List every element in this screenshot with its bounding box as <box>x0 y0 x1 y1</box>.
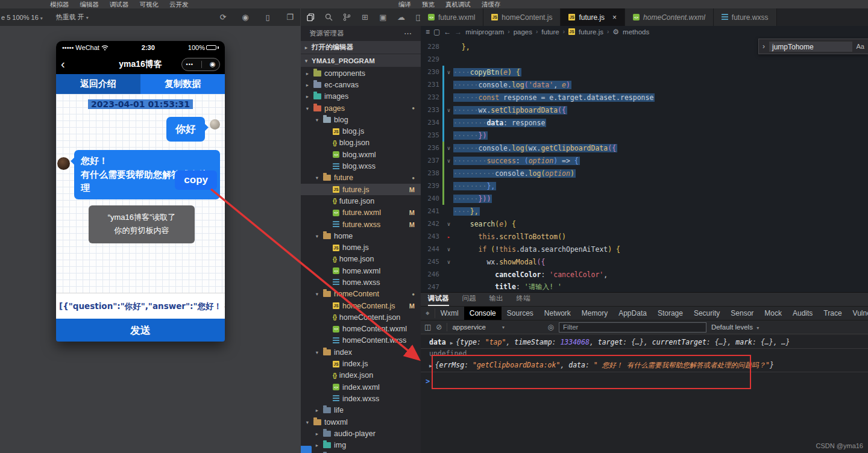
code-line[interactable]: 229 <box>421 53 868 66</box>
tree-item[interactable]: ▾pages● <box>301 102 421 114</box>
breadcrumb-item[interactable]: future <box>541 28 559 36</box>
device-selector[interactable]: e 5 100% 16▾ <box>1 14 43 21</box>
breakpoint-marker[interactable]: ▸ <box>444 234 453 240</box>
project-root-section[interactable]: ▾ YMA16_PROGRAM <box>301 54 421 67</box>
log-levels-selector[interactable]: Default levels ▾ <box>711 323 759 331</box>
cloud-icon[interactable]: ☁ <box>396 12 406 22</box>
eye-icon[interactable]: ◎ <box>547 323 553 331</box>
code-line[interactable]: 243▸ this.scrollToBottom() <box>421 230 868 243</box>
fold-chevron-icon[interactable]: ∨ <box>444 145 453 151</box>
line-number[interactable]: 247 <box>421 283 442 291</box>
code-line[interactable]: 233∨······wx.setClipboardData({ <box>421 104 868 116</box>
editor-tab[interactable]: JShomeContent.js <box>483 8 561 26</box>
fold-chevron-icon[interactable]: ∨ <box>444 221 453 227</box>
menu-item[interactable]: 预览 <box>417 0 440 8</box>
tree-item[interactable]: future.wxssM <box>301 219 421 230</box>
devtools-tab[interactable]: Storage <box>652 307 688 320</box>
menu-item[interactable]: 调试器 <box>104 0 134 8</box>
close-circle-icon[interactable]: ◉ <box>210 60 216 68</box>
tree-item[interactable]: homeContent.wxss <box>301 335 421 346</box>
more-dots-icon[interactable]: ••• <box>186 61 193 67</box>
tree-item[interactable]: ▸audio-player <box>301 428 421 439</box>
save-icon[interactable]: ▣ <box>378 12 388 22</box>
tree-item[interactable]: ▾homeContent● <box>301 289 421 300</box>
breadcrumb-item[interactable]: future.js <box>579 28 603 36</box>
code-line[interactable]: 247 title: '请输入! ' <box>421 281 868 292</box>
message-input[interactable]: [{"question":"你好","answer":"您好！ 有什 <box>56 293 225 319</box>
console-prompt[interactable]: > <box>421 372 868 387</box>
line-number[interactable]: 229 <box>421 55 442 63</box>
tree-item[interactable]: ▸components <box>301 67 421 79</box>
tree-item[interactable]: JShome.js <box>301 242 421 253</box>
devtools-tab[interactable]: Security <box>688 307 725 320</box>
line-number[interactable]: 242 <box>421 220 442 228</box>
code-line[interactable]: 241····}, <box>421 205 868 217</box>
tree-item[interactable]: ▸images <box>301 91 421 102</box>
code-line[interactable]: 240······})) <box>421 192 868 205</box>
git-branch-icon[interactable] <box>342 12 352 22</box>
tree-item[interactable]: JSblog.js <box>301 125 421 137</box>
devtools-tab[interactable]: Sensor <box>725 307 759 320</box>
devtools-tab[interactable]: Network <box>539 307 576 320</box>
devtools-tab[interactable]: Console <box>464 307 502 320</box>
line-number[interactable]: 228 <box>421 43 442 51</box>
tree-item[interactable]: JSindex.js <box>301 358 421 369</box>
search-icon[interactable] <box>324 12 334 22</box>
tree-item[interactable]: <>future.wxmlM <box>301 207 421 219</box>
files-icon[interactable] <box>306 12 316 22</box>
context-selector[interactable]: appservice▾ <box>452 323 542 331</box>
code-line[interactable]: 237∨········success: (option) => { <box>421 154 868 167</box>
line-number[interactable]: 232 <box>421 93 442 101</box>
menu-item[interactable]: 清缓存 <box>476 0 506 8</box>
code-line[interactable]: 246 cancelColor: 'cancelColor', <box>421 268 868 281</box>
tree-item[interactable]: ▾home <box>301 230 421 242</box>
panel-tab[interactable]: 终端 <box>517 294 530 306</box>
devtools-tab[interactable]: Sources <box>502 307 539 320</box>
editor-tab[interactable]: <>homeContent.wxml <box>625 8 714 26</box>
panel-tab[interactable]: 输出 <box>489 294 503 306</box>
tree-item[interactable]: {}future.json <box>301 195 421 207</box>
chevron-expand-icon[interactable]: › <box>763 42 765 51</box>
menu-item[interactable]: 编译 <box>393 0 417 8</box>
fold-chevron-icon[interactable]: ∨ <box>444 107 453 113</box>
menu-item[interactable]: 真机调试 <box>440 0 476 8</box>
devtools-tab[interactable]: Vulnerabilities <box>848 307 868 320</box>
line-number[interactable]: 243 <box>421 233 442 240</box>
fold-chevron-icon[interactable]: ∨ <box>444 69 453 75</box>
line-number[interactable]: 233 <box>421 106 442 114</box>
editor-tab[interactable]: <>future.wxml <box>420 8 483 26</box>
tree-item[interactable]: ▾index <box>301 346 421 358</box>
tree-item[interactable]: ▾future● <box>301 172 421 184</box>
fold-chevron-icon[interactable]: ∨ <box>444 259 453 265</box>
tree-item[interactable]: ▾blog <box>301 114 421 125</box>
breadcrumb-item[interactable]: methods <box>623 28 649 36</box>
send-button[interactable]: 发送 <box>56 319 225 342</box>
console-row[interactable]: data ▶ {type: "tap", timeStamp: 1334068,… <box>421 336 868 349</box>
line-number[interactable]: 241 <box>421 207 442 215</box>
tree-item[interactable]: <>index.wxml <box>301 381 421 393</box>
tree-item[interactable]: ▸life <box>301 405 421 416</box>
tree-item[interactable]: {}blog.json <box>301 137 421 149</box>
line-number[interactable]: 234 <box>421 119 442 127</box>
menu-item[interactable]: 模拟器 <box>45 0 75 8</box>
console-row[interactable]: ▶ {errMsg: "getClipboardData:ok", data: … <box>421 358 868 372</box>
tree-item[interactable]: ▸ec-canvas <box>301 79 421 90</box>
wechat-capsule[interactable]: ••• ◉ <box>181 58 220 71</box>
line-number[interactable]: 239 <box>421 182 442 190</box>
devtools-tab[interactable]: AppData <box>613 307 652 320</box>
record-stop-icon[interactable]: ◉ <box>241 13 250 22</box>
line-number[interactable]: 237 <box>421 157 442 164</box>
more-actions-icon[interactable]: ⋯ <box>404 29 412 38</box>
code-editor[interactable]: ≡▢←→miniprogram›pages›future›JSfuture.js… <box>421 26 868 292</box>
tree-item[interactable]: <>blog.wxml <box>301 149 421 160</box>
console-row[interactable]: undefined <box>421 349 868 358</box>
copy-button[interactable]: copy <box>175 170 217 190</box>
devtools-tab[interactable]: Wxml <box>435 307 464 320</box>
page-tab[interactable]: 返回介绍 <box>56 74 140 94</box>
line-number[interactable]: 230 <box>421 68 442 76</box>
code-line[interactable]: 242∨ search(e) { <box>421 217 868 230</box>
line-number[interactable]: 235 <box>421 131 442 139</box>
devtools-tab[interactable]: Audits <box>787 307 818 320</box>
code-line[interactable]: 235······}) <box>421 129 868 142</box>
breadcrumb-item[interactable]: pages <box>514 28 532 36</box>
